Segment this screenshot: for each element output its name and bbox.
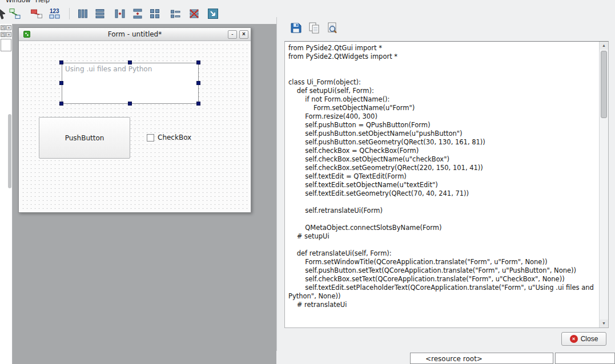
scroll-up-button[interactable]: ▲ — [600, 42, 608, 50]
layout-horizontal-button[interactable] — [76, 7, 90, 21]
resource-root-item[interactable]: <resource root> — [411, 353, 553, 363]
layout-grid-button[interactable] — [148, 7, 162, 21]
layout-vertical-splitter-icon — [131, 7, 144, 21]
layout-horizontal-splitter-icon — [113, 7, 127, 21]
layout-horizontal-icon — [76, 7, 90, 21]
break-layout-icon — [187, 7, 201, 21]
selection-handle-se[interactable] — [196, 102, 200, 106]
break-layout-button[interactable] — [187, 7, 201, 21]
form-canvas[interactable]: Using .ui files and Python PushButton Ch… — [19, 41, 250, 212]
close-circle-icon: × — [570, 335, 578, 343]
find-button[interactable] — [325, 21, 339, 35]
find-icon — [325, 21, 339, 35]
layout-vertical-button[interactable] — [93, 7, 107, 21]
dock-float-button[interactable]: ◳ — [1, 25, 6, 30]
edit-buddies-icon — [30, 7, 43, 21]
layout-form-button[interactable] — [168, 7, 182, 21]
selection-handle-ne[interactable] — [196, 60, 200, 64]
code-text: from PySide2.QtGui import * from PySide2… — [285, 42, 599, 327]
minimize-button[interactable]: - — [228, 30, 237, 39]
layout-vertical-icon — [93, 7, 107, 21]
form-window-icon — [23, 31, 30, 38]
svg-text:123: 123 — [50, 8, 59, 14]
selection-handle-nw[interactable] — [59, 60, 63, 64]
close-window-button[interactable]: × — [239, 30, 248, 39]
widgetbox-filter-input[interactable] — [1, 39, 11, 51]
menu-item-window[interactable]: Window — [6, 0, 30, 4]
adjust-size-icon — [206, 7, 220, 21]
dock-float-button[interactable]: ◳ — [1, 32, 6, 37]
resource-tree: <resource root> — [410, 353, 553, 364]
edit-tab-order-button[interactable]: 123 — [48, 7, 62, 21]
textedit-placeholder: Using .ui files and Python — [62, 63, 198, 75]
dock-close-button[interactable]: × — [6, 32, 11, 37]
edit-signals-slots-icon — [8, 7, 22, 21]
menu-item-help[interactable]: Help — [35, 0, 50, 4]
edit-signals-slots-button[interactable] — [8, 7, 22, 21]
code-preview-dialog: from PySide2.QtGui import * from PySide2… — [276, 17, 615, 351]
pushbutton-widget[interactable]: PushButton — [39, 117, 130, 159]
checkbox-label: CheckBox — [158, 134, 191, 141]
selection-handle-n[interactable] — [128, 60, 132, 64]
copy-button[interactable] — [307, 21, 321, 35]
copy-icon — [307, 21, 321, 35]
selection-handle-w[interactable] — [59, 81, 63, 85]
edit-tab-order-icon: 123 — [48, 7, 62, 21]
dock-close-button[interactable]: × — [6, 25, 11, 30]
save-button[interactable] — [289, 21, 303, 35]
code-scrollbar[interactable]: ▲ ▼ — [599, 42, 608, 327]
layout-horizontal-splitter-button[interactable] — [113, 7, 127, 21]
scrollbar-thumb[interactable] — [601, 51, 607, 118]
edit-buddies-button[interactable] — [30, 7, 43, 21]
selection-handle-e[interactable] — [196, 81, 200, 85]
adjust-size-button[interactable] — [206, 7, 220, 21]
form-window-titlebar[interactable]: Form - untitled* - × — [19, 28, 251, 41]
toolbar-separator — [69, 8, 70, 19]
mdi-area: Form - untitled* - × Using .ui files and… — [13, 24, 276, 364]
close-dialog-button[interactable]: × Close — [561, 332, 606, 346]
textedit-widget[interactable]: Using .ui files and Python — [62, 63, 199, 104]
selection-handle-s[interactable] — [128, 102, 132, 106]
menubar: Window Help — [0, 0, 615, 5]
checkbox-indicator — [147, 134, 154, 141]
code-view[interactable]: from PySide2.QtGui import * from PySide2… — [284, 41, 609, 328]
close-button-label: Close — [581, 335, 598, 343]
widgetbox-panel: ◳ × ◳ × — [0, 24, 13, 364]
form-window-title: Form - untitled* — [19, 30, 251, 38]
layout-grid-icon — [148, 7, 162, 21]
save-icon — [289, 21, 303, 35]
selection-handle-sw[interactable] — [59, 102, 63, 106]
scroll-down-button[interactable]: ▼ — [600, 319, 608, 327]
widgetbox-scrollbar[interactable] — [8, 114, 11, 188]
layout-form-icon — [168, 7, 182, 21]
checkbox-widget[interactable]: CheckBox — [147, 134, 191, 141]
form-window: Form - untitled* - × Using .ui files and… — [18, 27, 251, 213]
resource-preview-panel — [555, 353, 615, 364]
layout-vertical-splitter-button[interactable] — [131, 7, 144, 21]
